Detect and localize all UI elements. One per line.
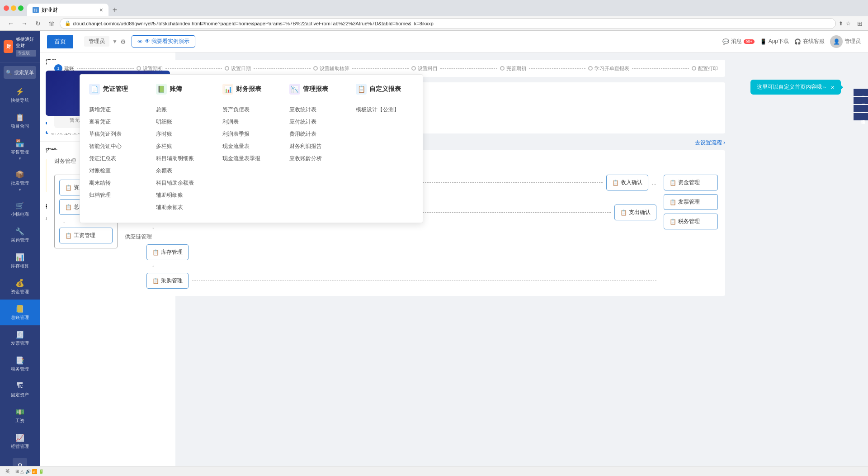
customize-tip-close-icon[interactable]: × <box>831 84 835 91</box>
user-name: 管理员 <box>844 38 861 45</box>
dropdown-item-template-design[interactable]: 模板设计【公测】 <box>356 104 414 116</box>
dropdown-item-aging[interactable]: 应收账龄分析 <box>289 152 347 165</box>
home-tab[interactable]: 首页 <box>47 35 73 48</box>
sidebar: 财 畅捷通好业财 专业版 🔍 搜索菜单 ⚡ 快捷导航 📋 项目合同 🏪 <box>0 31 40 476</box>
dropdown-item-archive[interactable]: 归档管理 <box>89 189 147 201</box>
dropdown-item-general-ledger[interactable]: 总账 <box>156 104 214 116</box>
app-logo-icon: 财 <box>4 40 13 53</box>
message-label: 消息 <box>731 38 742 45</box>
window-max-btn[interactable] <box>18 5 24 11</box>
new-tab-button[interactable]: + <box>108 4 121 16</box>
online-service-button[interactable]: 🎧 在线客服 <box>794 38 825 45</box>
sidebar-item-inventory[interactable]: 📊 库存核算 <box>0 248 40 274</box>
dropdown-item-cashflow[interactable]: 现金流量表 <box>222 140 280 152</box>
dropdown-item-subject-aux-balance[interactable]: 科目辅助余额表 <box>156 177 214 189</box>
dropdown-item-aux-balance[interactable]: 辅助余额表 <box>156 201 214 214</box>
extensions-icon[interactable]: ⊞ <box>857 20 863 27</box>
tab-close-icon[interactable]: × <box>99 6 103 14</box>
dropdown-item-cashflow-quarterly[interactable]: 现金流量表季报 <box>222 152 280 165</box>
active-browser-tab[interactable]: 好 好业财 × <box>27 4 108 16</box>
fixed-assets-label: 固定资产 <box>11 392 29 398</box>
sidebar-item-quick-nav[interactable]: ⚡ 快捷导航 <box>0 82 40 108</box>
user-profile-button[interactable]: 👤 管理员 <box>830 35 861 48</box>
sidebar-item-tax[interactable]: 📑 税务管理 <box>0 351 40 377</box>
app-container: 财 畅捷通好业财 专业版 🔍 搜索菜单 ⚡ 快捷导航 📋 项目合同 🏪 <box>0 31 868 476</box>
dropdown-item-reconcile[interactable]: 对账检查 <box>89 165 147 177</box>
capital-icon: 💰 <box>15 278 24 287</box>
company-selector[interactable]: 管理员 <box>84 36 109 47</box>
dropdown-item-balance-sheet[interactable]: 资产负债表 <box>222 104 280 116</box>
dropdown-item-receivable-stat[interactable]: 应收统计表 <box>289 104 347 116</box>
dropdown-item-period-close[interactable]: 期末结转 <box>89 177 147 189</box>
sidebar-item-retail[interactable]: 🏪 零售管理 ▼ <box>0 134 40 165</box>
custom-header-icon: 📋 <box>356 84 367 95</box>
upload-icon[interactable]: ⬆ <box>839 20 843 27</box>
demo-button[interactable]: 👁 👁 我要看实例演示 <box>132 35 195 48</box>
dropdown-item-detail-ledger[interactable]: 明细账 <box>156 116 214 128</box>
ledger-header-icon: 📗 <box>156 84 167 95</box>
dropdown-item-new-voucher[interactable]: 新增凭证 <box>89 104 147 116</box>
dropdown-item-income-quarterly[interactable]: 利润表季报 <box>222 128 280 140</box>
sidebar-item-project-contract[interactable]: 📋 项目合同 <box>0 108 40 134</box>
dropdown-col-manage: 📉 管理报表 应收统计表 应付统计表 费用统计表 财务利润报告 应收账龄分析 <box>289 84 347 214</box>
invoice-label: 发票管理 <box>11 340 29 347</box>
salary-label: 工资 <box>15 418 24 424</box>
sidebar-item-wholesale[interactable]: 📦 批发管理 ▼ <box>0 165 40 196</box>
search-menu-button[interactable]: 🔍 搜索菜单 <box>4 66 36 79</box>
dropdown-item-profit-report[interactable]: 财务利润报告 <box>289 140 347 152</box>
search-menu-label: 搜索菜单 <box>14 69 34 76</box>
sidebar-item-capital[interactable]: 💰 资金管理 <box>0 274 40 300</box>
dropdown-item-subject-aux[interactable]: 科目辅助明细账 <box>156 152 214 165</box>
nav-delete-btn[interactable]: 🗑 <box>46 18 57 29</box>
browser-window-controls <box>4 5 24 11</box>
dropdown-item-smart-voucher[interactable]: 智能凭证中心 <box>89 140 147 152</box>
sidebar-item-ledger[interactable]: 📒 总账管理 <box>0 300 40 325</box>
sidebar-item-ops-mgmt[interactable]: 📈 经营管理 <box>0 428 40 454</box>
invoice-icon: 🧾 <box>15 330 24 339</box>
dropdown-col-voucher: 📄 凭证管理 新增凭证 查看凭证 草稿凭证列表 智能凭证中心 凭证汇总表 对账检… <box>89 84 147 214</box>
dropdown-overlay[interactable]: 📄 凭证管理 新增凭证 查看凭证 草稿凭证列表 智能凭证中心 凭证汇总表 对账检… <box>40 52 868 476</box>
sidebar-search-area: 🔍 搜索菜单 <box>0 62 40 82</box>
sidebar-item-fixed-assets[interactable]: 🏗 固定资产 <box>0 377 40 403</box>
dropdown-item-payable-stat[interactable]: 应付统计表 <box>289 116 347 128</box>
nav-refresh-btn[interactable]: ↻ <box>33 18 43 29</box>
demo-icon: 👁 <box>137 38 143 45</box>
dropdown-item-view-voucher[interactable]: 查看凭证 <box>89 116 147 128</box>
dropdown-item-expense-stat[interactable]: 费用统计表 <box>289 128 347 140</box>
sidebar-item-salary[interactable]: 💵 工资 <box>0 403 40 428</box>
dropdown-item-chronological[interactable]: 序时账 <box>156 128 214 140</box>
dropdown-item-aux-detail[interactable]: 辅助明细账 <box>156 189 214 201</box>
dropdown-item-balance[interactable]: 余额表 <box>156 165 214 177</box>
dropdown-item-voucher-summary[interactable]: 凭证汇总表 <box>89 152 147 165</box>
dropdown-item-multi-column[interactable]: 多栏账 <box>156 140 214 152</box>
dropdown-col-custom: 📋 自定义报表 模板设计【公测】 <box>356 84 414 214</box>
nav-back-btn[interactable]: ← <box>5 18 16 29</box>
voucher-header: 📄 凭证管理 <box>89 84 147 98</box>
dropdown-item-income[interactable]: 利润表 <box>222 116 280 128</box>
settings-cog-icon[interactable]: ⚙ <box>120 38 126 45</box>
nav-forward-btn[interactable]: → <box>19 18 30 29</box>
manage-header: 📉 管理报表 <box>289 84 347 98</box>
dropdown-item-draft-voucher[interactable]: 草稿凭证列表 <box>89 128 147 140</box>
app-download-button[interactable]: 📱 App下载 <box>760 38 789 45</box>
sidebar-item-purchase[interactable]: 🔧 采购管理 <box>0 222 40 248</box>
inventory-label: 库存核算 <box>11 263 29 269</box>
wholesale-label: 批发管理 <box>11 180 29 186</box>
message-button[interactable]: 💬 消息 99+ <box>722 38 754 45</box>
address-bar[interactable]: 🔒 cloud.chanjet.com/cc/u6d89qwnryel/57bf… <box>60 18 836 29</box>
ledger-label: 总账管理 <box>11 314 29 321</box>
window-min-btn[interactable] <box>11 5 16 11</box>
wholesale-arrow: ▼ <box>18 188 22 192</box>
chevron-down-icon[interactable]: ▼ <box>112 38 118 45</box>
window-close-btn[interactable] <box>4 5 9 11</box>
financial-header-icon: 📊 <box>222 84 233 95</box>
project-contract-icon: 📋 <box>15 113 24 122</box>
customize-tip: 这里可以自定义首页内容哦～ × <box>750 80 841 95</box>
sidebar-item-ecommerce[interactable]: 🛒 小畅电商 <box>0 196 40 222</box>
financial-header: 📊 财务报表 <box>222 84 280 98</box>
retail-arrow: ▼ <box>18 157 22 161</box>
sidebar-logo-info: 畅捷通好业财 专业版 <box>16 36 36 57</box>
sidebar-item-invoice[interactable]: 🧾 发票管理 <box>0 325 40 351</box>
star-icon[interactable]: ☆ <box>846 20 851 27</box>
sidebar-logo: 财 畅捷通好业财 专业版 <box>0 31 40 62</box>
